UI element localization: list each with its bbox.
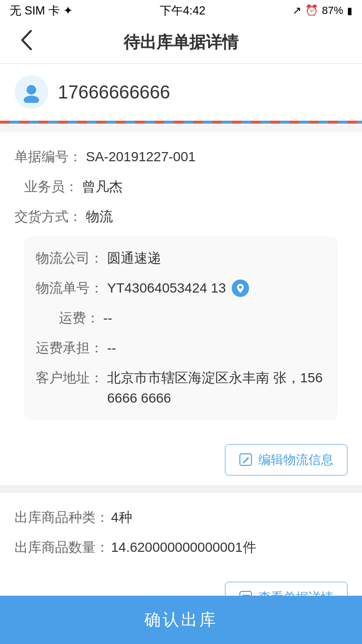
goods-section: 出库商品种类： 4种 出库商品数量： 14.620000000000001件 bbox=[0, 493, 362, 572]
freight-bearer-row: 运费承担： -- bbox=[36, 338, 326, 358]
edit-logistics-section: 编辑物流信息 bbox=[0, 434, 362, 485]
status-time: 下午4:42 bbox=[160, 3, 206, 18]
logistics-tracking-row: 物流单号： YT43064053424 13 bbox=[36, 278, 326, 298]
status-right: ↗ ⏰ 87% ▮ bbox=[292, 4, 352, 17]
freight-row: 运费： -- bbox=[36, 308, 326, 328]
alarm-icon: ⏰ bbox=[305, 4, 318, 17]
battery-icon: ▮ bbox=[347, 5, 352, 16]
logistics-company-row: 物流公司： 圆通速递 bbox=[36, 248, 326, 268]
customer-header: 17666666666 bbox=[0, 64, 362, 121]
logistics-tracking-label: 物流单号： bbox=[36, 278, 107, 298]
address-value: 北京市市辖区海淀区永丰南 张，156 6666 6666 bbox=[107, 368, 326, 408]
document-number-label: 单据编号： bbox=[14, 147, 86, 167]
svg-point-0 bbox=[27, 85, 36, 95]
delivery-label: 交货方式： bbox=[14, 207, 86, 227]
delivery-value: 物流 bbox=[86, 207, 348, 227]
page-title: 待出库单据详情 bbox=[124, 31, 238, 54]
address-row: 客户地址： 北京市市辖区海淀区永丰南 张，156 6666 6666 bbox=[36, 368, 326, 408]
goods-qty-value: 14.620000000000001件 bbox=[111, 537, 256, 558]
edit-icon bbox=[239, 453, 253, 467]
status-bar: 无 SIM 卡 ✦ 下午4:42 ↗ ⏰ 87% ▮ bbox=[0, 0, 362, 21]
customer-phone: 17666666666 bbox=[58, 82, 170, 103]
document-number-row: 单据编号： SA-20191227-001 bbox=[14, 147, 348, 167]
location-pin-icon[interactable] bbox=[232, 280, 249, 297]
location-icon: ↗ bbox=[292, 4, 301, 17]
freight-label: 运费： bbox=[36, 308, 103, 328]
document-info-section: 单据编号： SA-20191227-001 业务员： 曾凡杰 交货方式： 物流 … bbox=[0, 132, 362, 434]
section-separator bbox=[0, 485, 362, 493]
salesperson-row: 业务员： 曾凡杰 bbox=[14, 177, 348, 197]
logistics-company-label: 物流公司： bbox=[36, 248, 107, 268]
sim-wifi-text: 无 SIM 卡 ✦ bbox=[10, 3, 73, 18]
back-button[interactable] bbox=[14, 24, 38, 60]
confirm-button-label: 确认出库 bbox=[144, 609, 218, 631]
status-left: 无 SIM 卡 ✦ bbox=[10, 3, 73, 18]
svg-point-3 bbox=[239, 286, 242, 289]
freight-value: -- bbox=[103, 308, 326, 328]
document-number-value: SA-20191227-001 bbox=[86, 147, 348, 167]
edit-logistics-button[interactable]: 编辑物流信息 bbox=[225, 444, 348, 476]
nav-bar: 待出库单据详情 bbox=[0, 21, 362, 64]
edit-logistics-label: 编辑物流信息 bbox=[258, 451, 334, 468]
avatar bbox=[14, 75, 48, 109]
salesperson-label: 业务员： bbox=[14, 177, 82, 197]
logistics-tracking-value: YT43064053424 13 bbox=[107, 278, 326, 298]
salesperson-value: 曾凡杰 bbox=[82, 177, 348, 197]
svg-point-1 bbox=[24, 96, 39, 103]
freight-bearer-value: -- bbox=[107, 338, 326, 358]
battery-text: 87% bbox=[322, 4, 343, 17]
dashed-divider bbox=[0, 121, 362, 124]
address-label: 客户地址： bbox=[36, 368, 107, 388]
logistics-company-value: 圆通速递 bbox=[107, 248, 326, 268]
goods-type-row: 出库商品种类： 4种 bbox=[14, 507, 348, 528]
goods-type-value: 4种 bbox=[111, 507, 132, 528]
confirm-button-wrap[interactable]: 确认出库 bbox=[0, 596, 362, 644]
goods-type-label: 出库商品种类： bbox=[14, 507, 111, 528]
goods-qty-row: 出库商品数量： 14.620000000000001件 bbox=[14, 537, 348, 558]
delivery-row: 交货方式： 物流 bbox=[14, 207, 348, 227]
freight-bearer-label: 运费承担： bbox=[36, 338, 107, 358]
logistics-card: 物流公司： 圆通速递 物流单号： YT43064053424 13 运费： --… bbox=[24, 237, 338, 420]
goods-qty-label: 出库商品数量： bbox=[14, 537, 111, 558]
